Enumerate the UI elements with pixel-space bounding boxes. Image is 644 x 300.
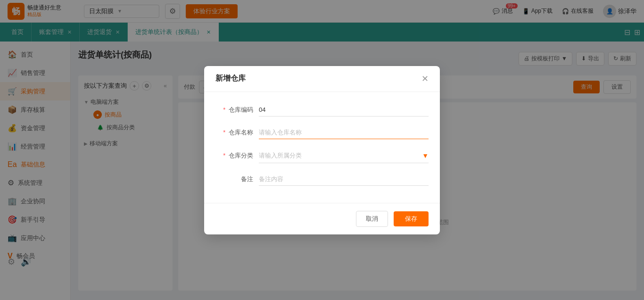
add-warehouse-modal: 新增仓库 ✕ * 仓库编码 * 仓库名称 — [204, 66, 440, 234]
modal-overlay: 新增仓库 ✕ * 仓库编码 * 仓库名称 — [0, 0, 644, 300]
modal-body: * 仓库编码 * 仓库名称 * 仓库分类 请输入所属 — [204, 92, 440, 203]
remarks-input[interactable] — [259, 173, 429, 186]
warehouse-name-input[interactable] — [259, 126, 429, 139]
modal-close-button[interactable]: ✕ — [421, 74, 429, 84]
modal-header: 新增仓库 ✕ — [204, 66, 440, 92]
warehouse-name-label: * 仓库名称 — [215, 128, 253, 137]
warehouse-code-row: * 仓库编码 — [215, 103, 429, 117]
remarks-label: 备注 — [215, 175, 253, 183]
select-arrow-icon: ▼ — [422, 152, 429, 159]
warehouse-category-select[interactable]: 请输入所属分类 ▼ — [259, 149, 429, 163]
remarks-row: 备注 — [215, 173, 429, 186]
warehouse-code-input[interactable] — [259, 103, 429, 117]
save-button[interactable]: 保存 — [394, 211, 429, 226]
cancel-button[interactable]: 取消 — [356, 211, 388, 227]
warehouse-category-row: * 仓库分类 请输入所属分类 ▼ — [215, 149, 429, 163]
warehouse-name-row: * 仓库名称 — [215, 126, 429, 139]
modal-title: 新增仓库 — [215, 74, 246, 83]
modal-footer: 取消 保存 — [204, 203, 440, 234]
warehouse-code-label: * 仓库编码 — [215, 106, 253, 114]
warehouse-category-placeholder: 请输入所属分类 — [259, 151, 302, 160]
warehouse-category-label: * 仓库分类 — [215, 151, 253, 160]
